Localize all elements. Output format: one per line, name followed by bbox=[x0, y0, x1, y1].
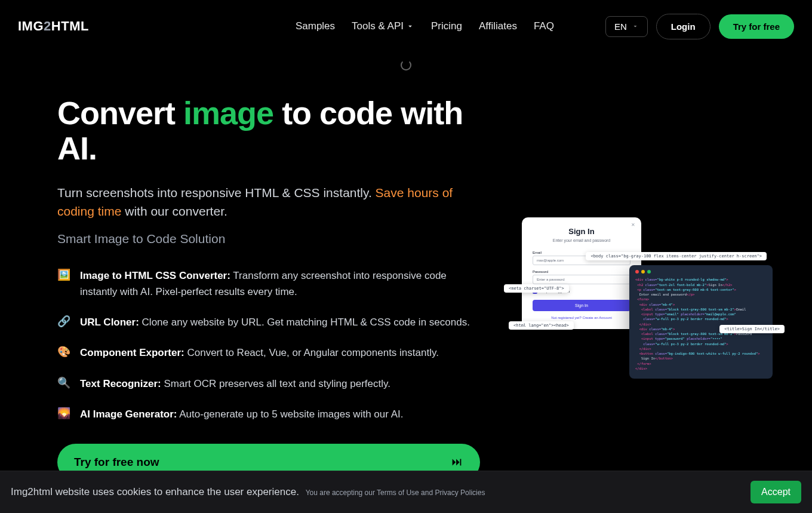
window-dots bbox=[635, 270, 767, 274]
feature-item: 🔗 URL Cloner: Clone any website by URL. … bbox=[57, 314, 480, 330]
magnifier-icon: 🔍 bbox=[57, 376, 70, 391]
language-select[interactable]: EN bbox=[605, 16, 648, 37]
register-text: Not registered yet? Create an Account bbox=[533, 316, 630, 320]
palette-icon: 🎨 bbox=[57, 345, 70, 360]
site-header: IMG2HTML Samples Tools & API Pricing Aff… bbox=[0, 0, 812, 53]
nav-pricing[interactable]: Pricing bbox=[431, 20, 462, 32]
feature-text: Image to HTML CSS Converter: Transform a… bbox=[80, 268, 480, 300]
code-tag-1: <body class="bg-gray-100 flex items-cent… bbox=[586, 252, 767, 260]
code-tag-4: <title>Sign In</title> bbox=[719, 325, 785, 333]
close-icon: ✕ bbox=[631, 222, 635, 228]
dot-green-icon bbox=[647, 270, 651, 274]
cookie-banner: Img2html website uses cookies to enhance… bbox=[0, 471, 812, 513]
logo-part3: HTML bbox=[51, 19, 89, 33]
hero-subline-2: Smart Image to Code Solution bbox=[57, 232, 480, 246]
cookie-small: You are accepting our Terms of Use and P… bbox=[306, 489, 485, 497]
dot-yellow-icon bbox=[641, 270, 645, 274]
link-icon: 🔗 bbox=[57, 314, 70, 329]
chevron-down-icon bbox=[406, 22, 414, 30]
logo-part2: 2 bbox=[44, 19, 51, 33]
password-input-mock: Enter a password bbox=[533, 275, 630, 284]
feature-list: 🖼️ Image to HTML CSS Converter: Transfor… bbox=[57, 268, 480, 422]
dropdown-icon bbox=[632, 23, 639, 30]
signin-button-mock: Sign In bbox=[533, 300, 630, 311]
illustration-wrapper: ✕ Sign In Enter your email and password … bbox=[504, 217, 755, 408]
feature-text: Component Exporter: Convert to React, Vu… bbox=[80, 345, 439, 361]
feature-item: 🎨 Component Exporter: Convert to React, … bbox=[57, 345, 480, 361]
hero-section: Convert image to code with AI. Turn scre… bbox=[0, 82, 812, 513]
feature-item: 🌄 AI Image Generator: Auto-generate up t… bbox=[57, 406, 480, 422]
login-button[interactable]: Login bbox=[656, 14, 710, 39]
hero-heading: Convert image to code with AI. bbox=[57, 96, 480, 167]
nav-samples[interactable]: Samples bbox=[296, 20, 335, 32]
fast-forward-icon bbox=[450, 456, 463, 469]
feature-text: Text Recognizer: Smart OCR preserves all… bbox=[80, 376, 390, 392]
loading-row bbox=[0, 53, 812, 82]
hero-illustration: ✕ Sign In Enter your email and password … bbox=[504, 82, 755, 513]
code-editor-mockup: <div class="bg-white p-8 rounded-lg shad… bbox=[629, 265, 773, 379]
code-tag-2: <meta charset="UTF-8"> bbox=[504, 284, 569, 293]
signin-mockup: ✕ Sign In Enter your email and password … bbox=[522, 217, 641, 329]
nav-tools[interactable]: Tools & API bbox=[352, 20, 414, 32]
logo-part1: IMG bbox=[18, 19, 44, 33]
nav-affiliates[interactable]: Affiliates bbox=[479, 20, 517, 32]
image-icon: 🖼️ bbox=[57, 268, 70, 282]
header-right: EN Login Try for free bbox=[605, 14, 794, 39]
feature-item: 🖼️ Image to HTML CSS Converter: Transfor… bbox=[57, 268, 480, 300]
sunset-icon: 🌄 bbox=[57, 406, 70, 421]
cookie-accept-button[interactable]: Accept bbox=[751, 481, 801, 503]
feature-item: 🔍 Text Recognizer: Smart OCR preserves a… bbox=[57, 376, 480, 392]
try-free-button-header[interactable]: Try for free bbox=[719, 14, 794, 39]
dot-red-icon bbox=[635, 270, 639, 274]
hero-left: Convert image to code with AI. Turn scre… bbox=[57, 82, 480, 513]
signin-title: Sign In bbox=[533, 227, 630, 236]
password-label: Password bbox=[533, 270, 630, 274]
nav-faq[interactable]: FAQ bbox=[534, 20, 554, 32]
hero-subline: Turn screenshots into responsive HTML & … bbox=[57, 183, 480, 221]
cookie-text: Img2html website uses cookies to enhance… bbox=[11, 486, 485, 498]
main-nav: Samples Tools & API Pricing Affiliates F… bbox=[296, 20, 554, 32]
feature-text: URL Cloner: Clone any website by URL. Ge… bbox=[80, 314, 470, 330]
spinner-icon bbox=[401, 60, 411, 70]
code-tag-3: <html lang="en"><head> bbox=[509, 321, 574, 330]
logo[interactable]: IMG2HTML bbox=[18, 19, 89, 34]
signin-sub: Enter your email and password bbox=[533, 238, 630, 242]
feature-text: AI Image Generator: Auto-generate up to … bbox=[80, 406, 403, 422]
